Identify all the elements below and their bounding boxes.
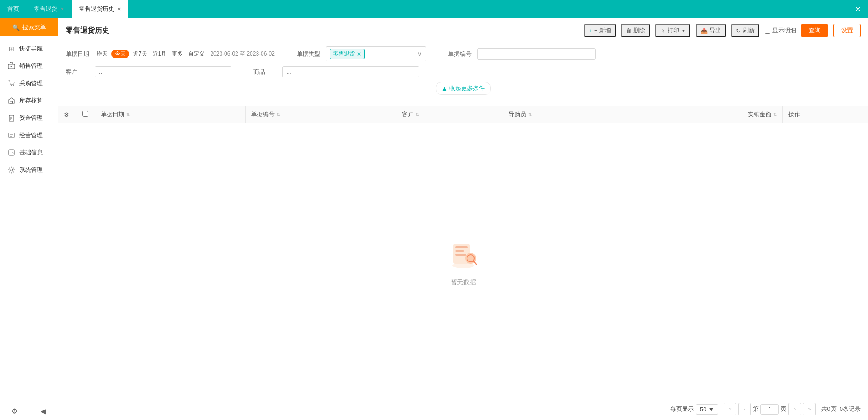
sidebar-settings-button[interactable]: ⚙: [0, 402, 29, 420]
sidebar-item-quick-nav[interactable]: ⊞ 快捷导航: [0, 40, 58, 57]
doc-type-chevron-icon: ∨: [417, 51, 422, 57]
sidebar-collapse-button[interactable]: ◀: [29, 402, 58, 420]
prev-page-button[interactable]: ‹: [738, 403, 751, 415]
empty-text: 暂无数据: [451, 278, 476, 287]
tab-retail-return-close[interactable]: ✕: [60, 6, 64, 12]
sidebar-item-sales[interactable]: 销售管理: [0, 57, 58, 75]
date-1month[interactable]: 近1月: [151, 50, 169, 58]
table-header-row: ⚙ 单据日期 ⇅ 单据编号: [58, 106, 868, 123]
select-all-checkbox[interactable]: [82, 111, 88, 117]
customer-input[interactable]: [95, 66, 231, 77]
th-date[interactable]: 单据日期 ⇅: [95, 106, 246, 123]
doc-type-select[interactable]: 零售退货 ✕ ∨: [326, 46, 426, 61]
sidebar-nav: ⊞ 快捷导航 销售管理 采购管理 库存核算: [0, 36, 58, 402]
customer-filter-field: 客户: [66, 66, 231, 77]
date-yesterday[interactable]: 昨天: [95, 50, 109, 58]
empty-state: 暂无数据: [58, 123, 868, 398]
svg-rect-13: [455, 250, 464, 252]
refresh-button[interactable]: ↻ 刷新: [731, 24, 759, 37]
show-detail-checkbox[interactable]: 显示明细: [765, 26, 796, 35]
delete-button[interactable]: 🗑 删除: [621, 24, 650, 37]
doc-type-tag-remove[interactable]: ✕: [357, 51, 361, 57]
date-range-display: 2023-06-02 至 2023-06-02: [210, 50, 274, 58]
page-size-chevron-icon: ▼: [708, 406, 714, 413]
svg-point-2: [11, 85, 12, 86]
header-actions: + + 新增 🗑 删除 🖨 打印 ▼ 📤 导出: [584, 24, 861, 37]
date-7days[interactable]: 近7天: [131, 50, 149, 58]
date-sort-icon: ⇅: [126, 112, 130, 117]
sidebar-search-button[interactable]: 🔍 搜索菜单: [0, 18, 58, 36]
table-wrapper: ⚙ 单据日期 ⇅ 单据编号: [58, 106, 868, 398]
th-gear[interactable]: ⚙: [58, 106, 77, 123]
show-detail-input[interactable]: [765, 28, 770, 34]
date-more[interactable]: 更多: [170, 50, 185, 58]
page-header-top: 零售退货历史 + + 新增 🗑 删除 🖨 打印 ▼: [66, 24, 861, 37]
doc-number-input[interactable]: [477, 48, 596, 60]
total-records-info: 共0页, 0条记录: [821, 405, 861, 413]
filter-row-2: 客户 商品: [66, 66, 861, 77]
customer-sort-icon: ⇅: [416, 112, 419, 117]
new-button[interactable]: + + 新增: [584, 24, 616, 37]
th-amount[interactable]: 实销金额 ⇅: [632, 106, 782, 123]
page-title: 零售退货历史: [66, 26, 109, 36]
date-filter-label: 单据日期: [66, 50, 91, 58]
operations-icon: [7, 131, 15, 139]
purchase-icon: [7, 79, 15, 87]
sidebar-item-basic-info-label: 基础信息: [19, 149, 43, 157]
sidebar-item-basic-info[interactable]: En 基础信息: [0, 144, 58, 161]
page-header: 零售退货历史 + + 新增 🗑 删除 🖨 打印 ▼: [58, 18, 868, 106]
query-button[interactable]: 查询: [801, 24, 828, 37]
table-footer: 每页显示 50 ▼ « ‹ 第 页 ›: [58, 398, 868, 420]
first-page-button[interactable]: «: [724, 403, 736, 415]
tab-home[interactable]: 首页: [0, 0, 26, 18]
tab-retail-return-history-close[interactable]: ✕: [117, 6, 121, 12]
content-area: 零售退货历史 + + 新增 🗑 删除 🖨 打印 ▼: [58, 18, 868, 420]
delete-icon: 🗑: [626, 27, 632, 34]
sidebar-item-purchase[interactable]: 采购管理: [0, 75, 58, 92]
export-icon: 📤: [700, 27, 708, 34]
page-size-dropdown[interactable]: 50 ▼: [696, 404, 718, 415]
sales-icon: [7, 62, 15, 70]
sidebar-item-system[interactable]: 系统管理: [0, 161, 58, 179]
goods-input[interactable]: [282, 66, 419, 77]
last-page-button[interactable]: »: [803, 403, 816, 415]
amount-sort-icon: ⇅: [773, 112, 777, 117]
sidebar-item-operations[interactable]: 经营管理: [0, 127, 58, 144]
sidebar-item-inventory[interactable]: 库存核算: [0, 92, 58, 109]
goods-filter-field: 商品: [253, 66, 419, 77]
th-checkbox[interactable]: [77, 106, 95, 123]
th-guide[interactable]: 导购员 ⇅: [503, 106, 632, 123]
collapse-row: ▲ 收起更多条件: [66, 82, 861, 95]
date-today[interactable]: 今天: [111, 50, 129, 58]
tab-retail-return[interactable]: 零售退货 ✕: [26, 0, 72, 18]
print-button[interactable]: 🖨 打印 ▼: [655, 24, 690, 37]
next-page-button[interactable]: ›: [788, 403, 801, 415]
system-icon: [7, 166, 15, 174]
svg-point-9: [10, 169, 13, 171]
quick-nav-icon: ⊞: [7, 45, 15, 53]
page-number-input[interactable]: [760, 404, 779, 415]
tab-retail-return-history[interactable]: 零售退货历史 ✕: [72, 0, 128, 18]
refresh-icon: ↻: [736, 27, 741, 34]
gear-icon: ⚙: [64, 111, 69, 118]
date-custom[interactable]: 自定义: [186, 50, 206, 58]
print-chevron-icon: ▼: [681, 28, 686, 33]
th-customer[interactable]: 客户 ⇅: [396, 106, 503, 123]
sidebar-item-finance[interactable]: 资金管理: [0, 109, 58, 127]
data-table: ⚙ 单据日期 ⇅ 单据编号: [58, 106, 868, 123]
doc-type-tag: 零售退货 ✕: [330, 49, 365, 59]
svg-rect-12: [455, 246, 468, 248]
window-close-button[interactable]: ✕: [847, 5, 868, 14]
settings-button[interactable]: 设置: [833, 24, 861, 37]
basic-info-icon: En: [7, 149, 15, 157]
goods-label: 商品: [253, 68, 279, 76]
sidebar-item-sales-label: 销售管理: [19, 62, 43, 70]
doc-number-filter-field: 单据编号: [448, 48, 596, 60]
sidebar-item-operations-label: 经营管理: [19, 131, 43, 139]
th-ops: 操作: [782, 106, 868, 123]
th-number[interactable]: 单据编号 ⇅: [246, 106, 396, 123]
collapse-button[interactable]: ▲ 收起更多条件: [436, 82, 491, 95]
export-button[interactable]: 📤 导出: [696, 24, 726, 37]
print-icon: 🖨: [660, 27, 666, 34]
pagination: « ‹ 第 页 › »: [724, 403, 816, 415]
